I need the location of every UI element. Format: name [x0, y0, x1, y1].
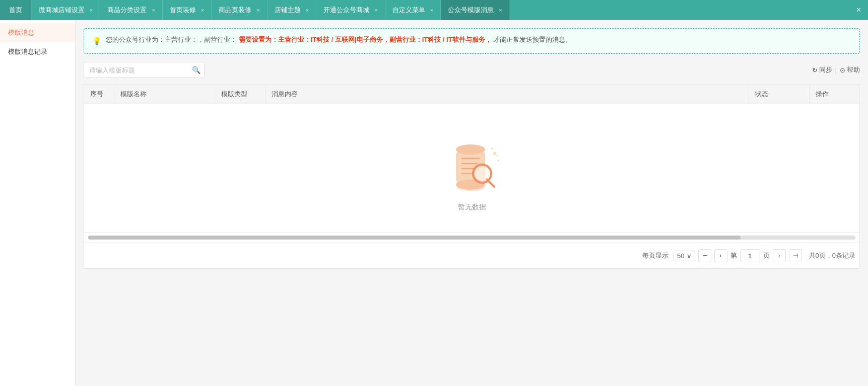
- help-button[interactable]: ⊙ 帮助: [840, 65, 860, 74]
- home-decor-label: 首页装修: [170, 6, 196, 15]
- col-header-type: 模版类型: [215, 85, 265, 104]
- open-mall-label: 开通公众号商城: [323, 6, 369, 15]
- store-theme-label: 店铺主题: [275, 6, 301, 15]
- page-input[interactable]: [740, 249, 760, 262]
- help-circle-icon: ⊙: [840, 66, 845, 74]
- per-page-value: 50: [677, 252, 684, 260]
- svg-point-2: [456, 144, 485, 155]
- help-label: 帮助: [847, 65, 860, 74]
- sidebar: 模版消息 模版消息记录: [0, 20, 76, 386]
- product-decor-label: 商品页装修: [219, 6, 251, 15]
- svg-point-3: [456, 180, 485, 190]
- sync-button[interactable]: ↻ 同步: [812, 65, 832, 74]
- svg-point-10: [475, 167, 489, 181]
- store-settings-label: 微商城店铺设置: [39, 6, 85, 15]
- pagination-row: 每页显示 50 ∨ ⊢ ‹ 第 页 › ⊣ 共0页，0条记录: [84, 243, 860, 269]
- empty-text: 暂无数据: [458, 203, 486, 212]
- notice-box: 💡 您的公众号行业为：主营行业：，副营行业： 需要设置为：主营行业：IT科技 /…: [84, 28, 860, 54]
- chevron-down-icon: ∨: [687, 252, 692, 260]
- top-nav: 首页 微商城店铺设置 × 商品分类设置 × 首页装修 × 商品页装修 × 店铺主…: [0, 0, 868, 20]
- nav-tab-home[interactable]: 首页: [0, 0, 32, 20]
- prev-page-button[interactable]: ‹: [714, 249, 727, 262]
- col-header-name: 模版名称: [114, 85, 215, 104]
- search-bar: 🔍 ↻ 同步 | ⊙ 帮助: [84, 62, 860, 78]
- search-input-wrap: 🔍: [84, 62, 205, 78]
- home-tab-label: 首页: [9, 6, 22, 15]
- custom-menu-label: 自定义菜单: [392, 6, 425, 15]
- sync-label: 同步: [819, 65, 832, 74]
- nav-tab-store-settings[interactable]: 微商城店铺设置 ×: [32, 0, 100, 20]
- sidebar-item-template-msg[interactable]: 模版消息: [0, 23, 75, 42]
- total-info: 共0页，0条记录: [809, 251, 855, 260]
- close-all-button[interactable]: ×: [849, 0, 868, 20]
- table-header-row: 序号 模版名称 模版类型 消息内容 状态 操作: [84, 85, 860, 104]
- main-layout: 模版消息 模版消息记录 💡 您的公众号行业为：主营行业：，副营行业： 需要设置为…: [0, 20, 868, 386]
- empty-illustration: [442, 134, 502, 195]
- sync-icon: ↻: [812, 66, 818, 74]
- divider: |: [835, 66, 837, 74]
- nav-tab-product-decor[interactable]: 商品页装修 ×: [212, 0, 267, 20]
- page-unit: 页: [763, 251, 770, 260]
- category-settings-label: 商品分类设置: [107, 6, 147, 15]
- close-store-settings-icon[interactable]: ×: [90, 7, 93, 13]
- content-area: 💡 您的公众号行业为：主营行业：，副营行业： 需要设置为：主营行业：IT科技 /…: [76, 20, 868, 386]
- nav-tab-category-settings[interactable]: 商品分类设置 ×: [100, 0, 162, 20]
- sidebar-item-template-msg-log-label: 模版消息记录: [8, 48, 47, 55]
- close-category-settings-icon[interactable]: ×: [152, 7, 155, 13]
- template-msg-label: 公众号模版消息: [448, 6, 494, 15]
- empty-state: 暂无数据: [84, 104, 859, 232]
- empty-state-row: 暂无数据: [84, 104, 860, 233]
- nav-tab-store-theme[interactable]: 店铺主题 ×: [268, 0, 316, 20]
- close-home-decor-icon[interactable]: ×: [201, 7, 204, 13]
- sidebar-item-template-msg-log[interactable]: 模版消息记录: [0, 42, 75, 61]
- close-template-msg-icon[interactable]: ×: [499, 7, 502, 13]
- col-header-content: 消息内容: [265, 85, 749, 104]
- notice-text: 您的公众号行业为：主营行业：，副营行业： 需要设置为：主营行业：IT科技 / 互…: [106, 35, 572, 45]
- per-page-select[interactable]: 50 ∨: [674, 251, 695, 261]
- notice-text-after: 才能正常发送预置的消息。: [493, 36, 572, 43]
- data-table: 序号 模版名称 模版类型 消息内容 状态 操作: [84, 84, 860, 233]
- search-icon[interactable]: 🔍: [192, 66, 201, 74]
- per-page-label: 每页显示: [642, 251, 669, 260]
- scroll-track[interactable]: [88, 236, 855, 240]
- sync-help-area: ↻ 同步 | ⊙ 帮助: [812, 65, 860, 74]
- page-label: 第: [730, 251, 737, 260]
- sidebar-item-template-msg-label: 模版消息: [8, 29, 34, 36]
- close-store-theme-icon[interactable]: ×: [306, 7, 309, 13]
- nav-tab-custom-menu[interactable]: 自定义菜单 ×: [385, 0, 441, 20]
- nav-tab-template-msg[interactable]: 公众号模版消息 ×: [441, 0, 509, 20]
- col-header-index: 序号: [84, 85, 114, 104]
- close-open-mall-icon[interactable]: ×: [374, 7, 377, 13]
- col-header-actions: 操作: [810, 85, 860, 104]
- scroll-bar-row: [84, 233, 860, 243]
- scroll-thumb[interactable]: [88, 236, 741, 240]
- close-product-decor-icon[interactable]: ×: [256, 7, 259, 13]
- notice-text-strong: 需要设置为：主营行业：IT科技 / 互联网|电子商务，副营行业：IT科技 / I…: [239, 36, 492, 43]
- last-page-button[interactable]: ⊣: [789, 249, 802, 262]
- svg-point-13: [491, 147, 493, 149]
- col-header-status: 状态: [749, 85, 810, 104]
- first-page-button[interactable]: ⊢: [698, 249, 711, 262]
- notice-text-before: 您的公众号行业为：主营行业：，副营行业：: [106, 36, 237, 43]
- search-input[interactable]: [84, 62, 205, 78]
- nav-tab-open-mall[interactable]: 开通公众号商城 ×: [316, 0, 385, 20]
- next-page-button[interactable]: ›: [773, 249, 786, 262]
- close-custom-menu-icon[interactable]: ×: [430, 7, 433, 13]
- notice-icon: 💡: [92, 35, 102, 47]
- svg-point-12: [497, 160, 499, 162]
- svg-point-11: [493, 152, 496, 155]
- nav-tab-home-decor[interactable]: 首页装修 ×: [163, 0, 212, 20]
